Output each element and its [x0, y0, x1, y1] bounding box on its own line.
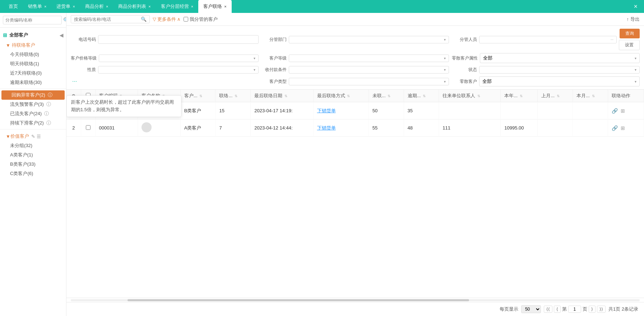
row1-grid-icon[interactable]: ⊞ — [621, 108, 625, 114]
sidebar-item-7days[interactable]: 近7天待联络(0) — [0, 69, 66, 78]
tree-root-all-customers[interactable]: ⊞ 全部客户 ◀ — [0, 30, 66, 41]
more-conditions-button[interactable]: ▽ 更多条件 ∧ — [153, 16, 181, 23]
dept-select[interactable]: ▾ — [289, 36, 449, 43]
col-this-month[interactable]: 本月... ⇅ — [573, 90, 608, 102]
nav-home[interactable]: 首页 — [4, 0, 23, 13]
nav-purchase-close[interactable]: × — [73, 4, 75, 9]
nav-product-list-close[interactable]: × — [148, 4, 150, 9]
ellipsis-button[interactable]: ··· — [71, 78, 78, 85]
retail-attr-select[interactable]: 全部 ▾ — [480, 53, 640, 63]
horizontal-scrollbar-area[interactable] — [66, 298, 644, 302]
h-scrollbar-thumb[interactable] — [128, 299, 469, 301]
row2-link-icon[interactable]: 🔗 — [612, 125, 618, 131]
nav-purchase[interactable]: 进货单 × — [51, 0, 80, 13]
sidebar-item-c-class[interactable]: C类客户(6) — [0, 169, 66, 178]
left-sidebar: 🔍 ⊞ 全部客户 ◀ ▼ 待联络客户 今天待联络(0) 明天待联络(1) 近7天… — [0, 13, 66, 316]
row1-last-method[interactable]: 下销货单 — [313, 102, 369, 119]
dept-label: 分管部门 — [261, 37, 287, 43]
per-page-select[interactable]: 50 20 100 — [521, 305, 541, 313]
col-overdue[interactable]: 逾期... ⇅ — [404, 90, 439, 102]
row2-last-method[interactable]: 下销货单 — [313, 119, 369, 137]
row1-link-icon[interactable]: 🔗 — [612, 108, 618, 114]
grid-icon: ⊞ — [3, 32, 7, 38]
nav-customer-contact[interactable]: 客户联络 × — [198, 0, 231, 13]
row2-checkbox — [81, 119, 95, 137]
payment-select[interactable]: ▾ — [289, 66, 449, 74]
col-not-contacted[interactable]: 未联... ⇅ — [369, 90, 404, 102]
total-label: 共1页 2条记录 — [608, 306, 638, 312]
form-row-payment: 收付款条件 ▾ — [261, 66, 449, 74]
last-page-button[interactable]: ⟩⟩ — [597, 306, 606, 313]
sidebar-item-overdue[interactable]: 逾期未联络(30) — [0, 78, 66, 87]
first-page-button[interactable]: ⟨⟨ — [544, 306, 552, 313]
col-last-month[interactable]: 上月... ⇅ — [538, 90, 573, 102]
manager-select[interactable]: ··· — [479, 36, 617, 43]
col-this-year[interactable]: 本年... ⇅ — [501, 90, 538, 102]
nav-customer-tier-close[interactable]: × — [191, 4, 193, 9]
table-scroll[interactable]: ⚙ 客户编码 ⇅ 客户名称 — [66, 90, 644, 298]
page-label: 第 — [562, 306, 567, 312]
row2-select[interactable] — [86, 125, 91, 130]
col-last-method[interactable]: 最后联络方式 ⇅ — [313, 90, 369, 102]
prev-page-button[interactable]: ⟨ — [554, 306, 561, 313]
phone-input[interactable] — [98, 35, 259, 44]
set-button[interactable]: 设置 — [619, 40, 640, 50]
export-label: 导出 — [630, 16, 640, 23]
customer-type-select[interactable]: ▾ — [289, 78, 449, 85]
chevron-up-icon: ∧ — [177, 16, 181, 22]
sort-icon-10: ⇅ — [520, 94, 523, 98]
main-search-icon[interactable]: 🔍 — [141, 16, 147, 22]
row1-action-icons: 🔗 ⊞ — [612, 108, 640, 114]
sidebar-item-a-class[interactable]: A类客户(1) — [0, 150, 66, 160]
nav-product-list-label: 商品分析列表 — [118, 3, 146, 10]
sidebar-item-b-class[interactable]: B类客户(33) — [0, 160, 66, 169]
nav-customer-contact-close[interactable]: × — [224, 4, 226, 9]
sidebar-item-tomorrow[interactable]: 明天待联络(1) — [0, 59, 66, 69]
sidebar-search-input[interactable] — [3, 16, 62, 24]
sidebar-item-ungroup[interactable]: 未分组(32) — [0, 141, 66, 150]
status-select[interactable]: ▾ — [479, 66, 640, 74]
row2-grid-icon[interactable]: ⊞ — [621, 125, 625, 131]
nav-product-analysis-label: 商品分析 — [85, 3, 104, 10]
window-close-button[interactable]: × — [631, 3, 640, 10]
filter-bar: 🔍 ▽ 更多条件 ∧ 我分管的客户 ↑ 导出 — [66, 13, 644, 26]
retail-customer-select[interactable]: 全部 ▾ — [479, 76, 640, 86]
list-icon[interactable]: ☰ — [37, 134, 41, 139]
export-button[interactable]: ↑ 导出 — [627, 16, 640, 23]
nav-sales[interactable]: 销售单 × — [23, 0, 51, 13]
nature-select[interactable]: ▾ — [98, 66, 259, 74]
nav-product-list[interactable]: 商品分析列表 × — [113, 0, 156, 13]
col-contact-num[interactable]: 联络... ⇅ — [216, 90, 251, 102]
sidebar-item-churned[interactable]: 已流失客户(24) ⓘ — [0, 109, 66, 118]
nav-sales-close[interactable]: × — [44, 4, 46, 9]
row1-method-link[interactable]: 下销货单 — [317, 108, 336, 113]
sort-icon-7: ⇅ — [388, 94, 390, 98]
price-grade-arrow: ▾ — [254, 56, 255, 60]
customer-grade-select[interactable]: ▾ — [289, 55, 449, 62]
next-page-button[interactable]: ⟩ — [589, 306, 596, 313]
nav-customer-tier[interactable]: 客户分层经营 × — [156, 0, 198, 13]
col-contacts[interactable]: 往来单位联系人 ⇅ — [439, 90, 501, 102]
tree-section-pending-contact[interactable]: ▼ 待联络客户 — [0, 41, 66, 50]
sidebar-item-repurchase-anomaly[interactable]: 回购异常客户(2) ⓘ — [1, 90, 65, 100]
page-unit-label: 页 — [583, 306, 587, 312]
nav-product-analysis-close[interactable]: × — [106, 4, 108, 9]
sidebar-item-declining[interactable]: 持续下滑客户(2) ⓘ — [0, 118, 66, 128]
phone-field[interactable] — [101, 37, 255, 42]
sidebar-item-today[interactable]: 今天待联络(0) — [0, 50, 66, 59]
tree-section-value-customers[interactable]: ▼ 价值客户 ✎ ☰ — [0, 132, 66, 141]
query-button[interactable]: 查询 — [620, 29, 640, 38]
sidebar-search-icon[interactable]: 🔍 — [63, 17, 66, 23]
my-customers-checkbox[interactable] — [184, 17, 188, 22]
col-last-date[interactable]: 最后联络日期 ⇅ — [251, 90, 313, 102]
price-grade-select[interactable]: ▾ — [99, 55, 259, 62]
nav-product-analysis[interactable]: 商品分析 × — [80, 0, 113, 13]
form-row-customer-type: 客户类型 ▾ — [261, 76, 449, 86]
page-input[interactable] — [568, 306, 581, 313]
collapse-icon[interactable]: ◀ — [60, 33, 63, 38]
row2-method-link[interactable]: 下销货单 — [317, 125, 336, 131]
sidebar-item-churn-warning[interactable]: 流失预警客户(3) ⓘ — [0, 100, 66, 109]
col-type[interactable]: 客户... ⇅ — [180, 90, 216, 102]
edit-icon[interactable]: ✎ — [31, 134, 35, 139]
main-search-input[interactable] — [74, 17, 139, 22]
